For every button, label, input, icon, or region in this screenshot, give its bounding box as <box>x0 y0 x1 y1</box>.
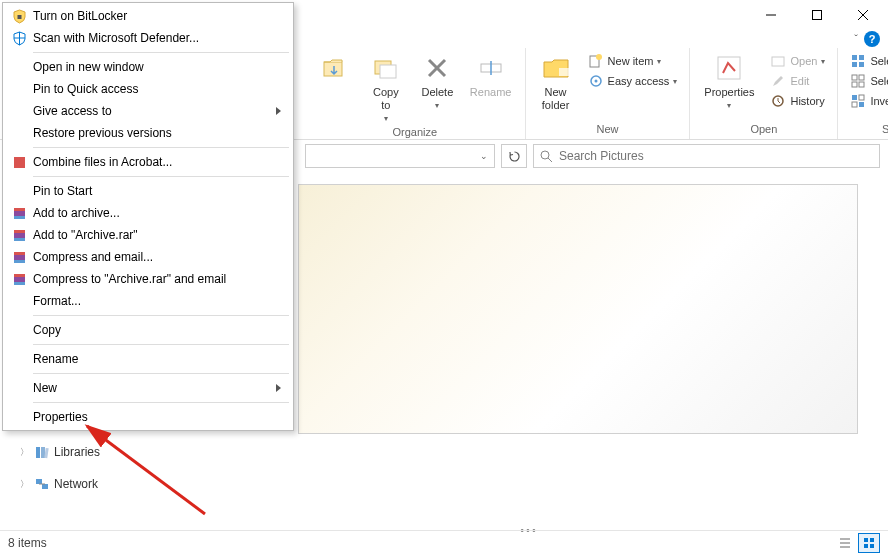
svg-rect-57 <box>14 252 25 255</box>
search-input[interactable] <box>559 149 873 163</box>
select-all-label: Select all <box>870 55 888 67</box>
copy-to-label: Copy to <box>368 86 404 112</box>
cm-restore-label: Restore previous versions <box>33 126 172 140</box>
expand-icon[interactable]: 〉 <box>20 446 30 459</box>
folder-icon <box>540 52 572 84</box>
svg-rect-28 <box>859 95 864 100</box>
cm-open-new-label: Open in new window <box>33 60 144 74</box>
minimize-button[interactable] <box>748 0 794 30</box>
open-icon <box>770 53 786 69</box>
cm-pin-start[interactable]: Pin to Start <box>5 180 291 202</box>
libraries-label: Libraries <box>54 445 100 459</box>
history-label: History <box>790 95 824 107</box>
rename-button[interactable]: Rename <box>465 50 517 101</box>
new-item-button[interactable]: New item▾ <box>584 52 682 70</box>
cm-new[interactable]: New <box>5 377 291 399</box>
svg-rect-17 <box>772 57 784 66</box>
copy-to-icon <box>370 52 402 84</box>
move-to-button[interactable] <box>313 50 356 86</box>
item-count: 8 items <box>8 536 47 550</box>
svg-rect-34 <box>41 447 45 458</box>
close-button[interactable] <box>840 0 886 30</box>
select-none-button[interactable]: Select none <box>846 72 888 90</box>
tree-item-network[interactable]: 〉 Network <box>0 474 170 494</box>
svg-rect-55 <box>14 238 25 241</box>
svg-rect-6 <box>380 65 396 78</box>
new-folder-button[interactable]: New folder <box>534 50 578 114</box>
cm-properties[interactable]: Properties <box>5 406 291 428</box>
chevron-down-icon: ▾ <box>657 57 661 66</box>
history-button[interactable]: History <box>766 92 829 110</box>
help-icon[interactable]: ? <box>864 31 880 47</box>
context-menu: Turn on BitLocker Scan with Microsoft De… <box>2 2 294 431</box>
chevron-down-icon: ▾ <box>821 57 825 66</box>
cm-defender-label: Scan with Microsoft Defender... <box>33 31 199 45</box>
svg-rect-58 <box>14 260 25 263</box>
svg-rect-49 <box>14 157 25 168</box>
address-bar[interactable]: ⌄ <box>305 144 495 168</box>
cm-restore[interactable]: Restore previous versions <box>5 122 291 144</box>
easy-access-label: Easy access <box>608 75 670 87</box>
network-label: Network <box>54 477 98 491</box>
svg-rect-23 <box>852 75 857 80</box>
view-thumbnails-button[interactable] <box>858 533 880 553</box>
chevron-down-icon: ▾ <box>435 101 439 111</box>
rar-icon <box>11 271 27 287</box>
cm-rename-label: Rename <box>33 352 78 366</box>
expand-icon[interactable]: 〉 <box>20 478 30 491</box>
svg-point-31 <box>541 151 549 159</box>
cm-pin-quick[interactable]: Pin to Quick access <box>5 78 291 100</box>
open-button[interactable]: Open▾ <box>766 52 829 70</box>
rar-icon <box>11 205 27 221</box>
chevron-down-icon: ▾ <box>727 101 731 111</box>
svg-rect-36 <box>36 479 42 484</box>
view-details-button[interactable] <box>834 533 856 553</box>
properties-button[interactable]: Properties ▾ <box>698 50 760 113</box>
cm-separator <box>33 315 289 316</box>
ribbon-group-organize: Copy to ▾ Delete ▾ Rename Organize <box>305 48 526 139</box>
svg-rect-46 <box>17 15 21 19</box>
cm-compress-rar-email[interactable]: Compress to "Archive.rar" and email <box>5 268 291 290</box>
refresh-button[interactable] <box>501 144 527 168</box>
svg-rect-37 <box>42 484 48 489</box>
invert-label: Invert selection <box>870 95 888 107</box>
cm-separator <box>33 402 289 403</box>
cm-acrobat[interactable]: Combine files in Acrobat... <box>5 151 291 173</box>
tree-item-libraries[interactable]: 〉 Libraries <box>0 442 170 462</box>
cm-separator <box>33 52 289 53</box>
group-label-new: New <box>596 123 618 137</box>
cm-add-archive[interactable]: Add to archive... <box>5 202 291 224</box>
file-thumbnail-large[interactable]: ••• <box>298 184 858 434</box>
ribbon-group-open: Properties ▾ Open▾ Edit History Open <box>690 48 838 139</box>
copy-to-button[interactable]: Copy to ▾ <box>362 50 410 126</box>
new-item-icon <box>588 53 604 69</box>
maximize-button[interactable] <box>794 0 840 30</box>
chevron-up-icon[interactable]: ˇ <box>854 33 858 45</box>
cm-open-new-window[interactable]: Open in new window <box>5 56 291 78</box>
easy-access-button[interactable]: Easy access▾ <box>584 72 682 90</box>
svg-rect-21 <box>852 62 857 67</box>
cm-compress-email[interactable]: Compress and email... <box>5 246 291 268</box>
rename-icon <box>475 52 507 84</box>
search-box[interactable] <box>533 144 880 168</box>
svg-rect-26 <box>859 82 864 87</box>
cm-compress-email-label: Compress and email... <box>33 250 153 264</box>
properties-icon <box>713 52 745 84</box>
delete-button[interactable]: Delete ▾ <box>416 50 459 113</box>
cm-rename[interactable]: Rename <box>5 348 291 370</box>
select-all-button[interactable]: Select all <box>846 52 888 70</box>
cm-give-access[interactable]: Give access to <box>5 100 291 122</box>
invert-selection-button[interactable]: Invert selection <box>846 92 888 110</box>
cm-pin-quick-label: Pin to Quick access <box>33 82 138 96</box>
chevron-down-icon[interactable]: ⌄ <box>480 151 488 161</box>
cm-bitlocker[interactable]: Turn on BitLocker <box>5 5 291 27</box>
properties-label: Properties <box>704 86 754 99</box>
cm-format[interactable]: Format... <box>5 290 291 312</box>
edit-button[interactable]: Edit <box>766 72 829 90</box>
cm-add-archive-rar[interactable]: Add to "Archive.rar" <box>5 224 291 246</box>
select-none-icon <box>850 73 866 89</box>
cm-defender[interactable]: Scan with Microsoft Defender... <box>5 27 291 49</box>
svg-rect-51 <box>14 208 25 211</box>
svg-rect-27 <box>852 95 857 100</box>
cm-copy[interactable]: Copy <box>5 319 291 341</box>
